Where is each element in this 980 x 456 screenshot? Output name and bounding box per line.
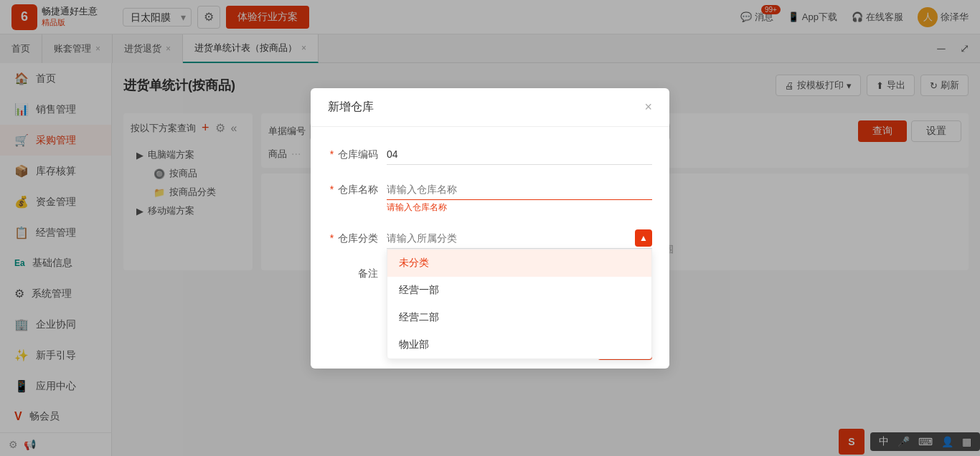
- memo-label: 备注: [328, 263, 378, 280]
- form-row-code: * 仓库编码: [328, 144, 652, 165]
- category-input[interactable]: [387, 228, 635, 248]
- category-dropdown-arrow[interactable]: ▲: [635, 229, 652, 247]
- modal-title: 新增仓库: [328, 100, 374, 115]
- form-row-category: * 仓库分类 ▲ 未分类 经营一部 经营二部 物业部: [328, 228, 652, 249]
- code-label: * 仓库编码: [328, 144, 378, 161]
- modal-header: 新增仓库 ×: [311, 88, 669, 127]
- dropdown-option-1[interactable]: 经营一部: [387, 277, 651, 304]
- code-input[interactable]: [387, 144, 652, 165]
- dropdown-option-2[interactable]: 经营二部: [387, 304, 651, 331]
- category-label: * 仓库分类: [328, 228, 378, 245]
- name-input[interactable]: [387, 179, 652, 200]
- dropdown-option-3[interactable]: 物业部: [387, 331, 651, 358]
- category-input-row: ▲: [387, 228, 652, 249]
- new-warehouse-modal: 新增仓库 × * 仓库编码 * 仓库名称: [311, 88, 669, 369]
- modal-body: * 仓库编码 * 仓库名称 请输入仓库名称: [311, 127, 669, 327]
- name-label: * 仓库名称: [328, 179, 378, 196]
- name-input-group: 请输入仓库名称: [387, 179, 652, 214]
- category-dropdown-list: 未分类 经营一部 经营二部 物业部: [387, 249, 652, 359]
- category-dropdown-wrap: ▲ 未分类 经营一部 经营二部 物业部: [387, 228, 652, 249]
- dropdown-option-0[interactable]: 未分类: [387, 250, 651, 277]
- modal-overlay: 新增仓库 × * 仓库编码 * 仓库名称: [0, 0, 980, 456]
- form-row-name: * 仓库名称 请输入仓库名称: [328, 179, 652, 214]
- name-error-msg: 请输入仓库名称: [387, 201, 652, 214]
- modal-close-button[interactable]: ×: [644, 100, 652, 115]
